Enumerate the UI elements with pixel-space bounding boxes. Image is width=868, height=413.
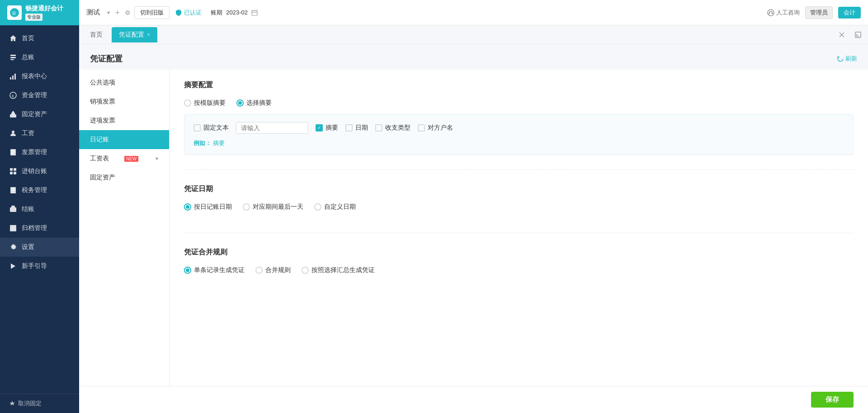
sidebar-item-home[interactable]: 首页 [0,29,79,48]
merge-section: 凭证合并规则 单条记录生成凭证 合并规则 [184,248,854,296]
sidebar-bottom: 取消固定 [0,394,79,413]
right-content: 摘要配置 按模版摘要 选择摘要 [170,70,868,386]
left-nav-item-fixed-assets[interactable]: 固定资产 [79,168,169,187]
checkbox-square-counterpart [418,124,425,131]
example-text: 例如： 摘要 [193,139,844,147]
radio-merge-rule[interactable]: 合并规则 [255,266,291,274]
radio-circle-template [184,99,191,107]
save-btn[interactable]: 保存 [811,392,854,408]
svg-rect-30 [252,10,257,15]
sidebar-item-invoices[interactable]: 发票管理 [0,143,79,162]
sidebar-logo: 会 畅捷通好会计 专业版 [0,0,79,25]
main-area: 测试 ▾ + ⚙ 切到旧版 已认证 账期 2023-02 人工咨询 [79,0,868,413]
svg-rect-7 [14,74,16,80]
ledger-icon [9,53,17,61]
svg-rect-12 [12,111,14,113]
svg-rect-25 [10,207,16,212]
cancel-fixed-btn[interactable]: 取消固定 [9,399,70,408]
summary-config-row: 固定文本 摘要 日期 [193,122,844,134]
left-nav-label-sales: 销项发票 [90,98,115,105]
sidebar-item-wages[interactable]: 工资 [0,124,79,143]
assets-icon [9,110,17,118]
radio-label-select-merge: 按照选择汇总生成凭证 [311,266,375,274]
tab-home-label: 首页 [90,31,103,39]
svg-rect-6 [12,75,14,80]
radio-journal-date[interactable]: 按日记账日期 [184,203,232,211]
sidebar-label-assets: 固定资产 [22,110,47,118]
sidebar-item-guide[interactable]: 新手引导 [0,257,79,276]
checkbox-date[interactable]: 日期 [345,124,368,132]
sidebar-label-home: 首页 [22,34,34,42]
radio-custom-date[interactable]: 自定义日期 [314,203,356,211]
sidebar-item-assets[interactable]: 固定资产 [0,105,79,124]
left-nav-item-payroll[interactable]: 工资表 NEW ▾ [79,149,169,168]
sidebar-item-closing[interactable]: 结账 [0,200,79,219]
consult-btn[interactable]: 人工咨询 [767,9,800,17]
radio-select-summary[interactable]: 选择摘要 [236,99,272,107]
cancel-fixed-label: 取消固定 [18,399,42,408]
switch-old-version-btn[interactable]: 切到旧版 [134,6,170,19]
sidebar-item-sales-purchase[interactable]: 进销台账 [0,162,79,181]
left-nav-item-journal[interactable]: 日记账 [79,130,169,149]
two-col-layout: 公共选项 销项发票 进项发票 日记账 工资表 NEW [79,70,868,386]
svg-rect-2 [10,55,16,56]
guide-icon [9,262,17,270]
refresh-btn[interactable]: 刷新 [837,55,857,63]
checkbox-summary[interactable]: 摘要 [316,124,338,132]
checkbox-fixed-text[interactable]: 固定文本 [193,124,229,132]
summary-radio-row: 按模版摘要 选择摘要 [184,99,854,107]
svg-rect-3 [10,57,16,58]
tab-voucher-config-label: 凭证配置 [119,31,144,39]
close-window-btn[interactable] [835,28,848,41]
radio-period-last[interactable]: 对应期间最后一天 [243,203,303,211]
sidebar-item-settings[interactable]: 设置 [0,238,79,257]
top-bar: 测试 ▾ + ⚙ 切到旧版 已认证 账期 2023-02 人工咨询 [79,0,868,25]
sidebar-item-archive[interactable]: 归档管理 [0,219,79,238]
sidebar-item-tax[interactable]: 税务管理 [0,181,79,200]
tab-home[interactable]: 首页 [83,27,110,42]
tab-voucher-config[interactable]: 凭证配置 × [112,27,157,42]
sidebar-label-ledger: 总账 [22,53,34,61]
user-btn[interactable]: 管理员 [805,6,833,19]
checkbox-counterpart[interactable]: 对方户名 [418,124,453,132]
wages-icon [9,129,17,137]
sidebar-label-sales-purchase: 进销台账 [22,167,47,175]
page-wrapper: 凭证配置 刷新 公共选项 销项发票 [79,44,868,413]
settings-gear-icon[interactable]: ⚙ [125,9,131,16]
sidebar-item-ledger[interactable]: 总账 [0,48,79,67]
radio-select-merge[interactable]: 按照选择汇总生成凭证 [302,266,375,274]
tax-icon [9,186,17,194]
checkbox-income-type[interactable]: 收支类型 [375,124,410,132]
svg-point-34 [768,9,774,16]
svg-rect-26 [10,227,16,231]
sidebar: 会 畅捷通好会计 专业版 首页 总账 [0,0,79,413]
left-nav-item-sales[interactable]: 销项发票 [79,92,169,111]
sidebar-item-funds[interactable]: $ 资金管理 [0,86,79,105]
date-section-title: 凭证日期 [184,184,854,194]
svg-point-13 [12,131,14,133]
svg-rect-10 [10,114,16,117]
left-nav-item-public[interactable]: 公共选项 [79,73,169,92]
radio-label-custom-date: 自定义日期 [324,203,356,211]
tab-close-btn[interactable]: × [147,32,150,38]
radio-single-record[interactable]: 单条记录生成凭证 [184,266,245,274]
x-icon [839,32,845,38]
pin-icon [9,400,15,407]
verified-text: 已认证 [184,9,202,17]
svg-rect-20 [10,172,13,174]
left-nav-item-purchase[interactable]: 进项发票 [79,111,169,130]
sidebar-label-invoices: 发票管理 [22,148,47,156]
merge-radio-row: 单条记录生成凭证 合并规则 按照选择汇总生成凭证 [184,266,854,274]
calendar-icon[interactable] [251,9,258,16]
checkbox-square-date [345,124,353,131]
sidebar-label-settings: 设置 [22,243,34,251]
accountant-btn[interactable]: 会计 [838,7,861,19]
fixed-text-input[interactable] [236,122,308,134]
dropdown-arrow-icon[interactable]: ▾ [107,9,110,16]
expand-btn[interactable] [852,28,864,41]
content-area: 凭证配置 刷新 公共选项 销项发票 [79,44,868,413]
radio-template-summary[interactable]: 按模版摘要 [184,99,226,107]
sidebar-item-reports[interactable]: 报表中心 [0,67,79,86]
checkbox-square-income-type [375,124,382,131]
add-icon[interactable]: + [115,9,119,17]
